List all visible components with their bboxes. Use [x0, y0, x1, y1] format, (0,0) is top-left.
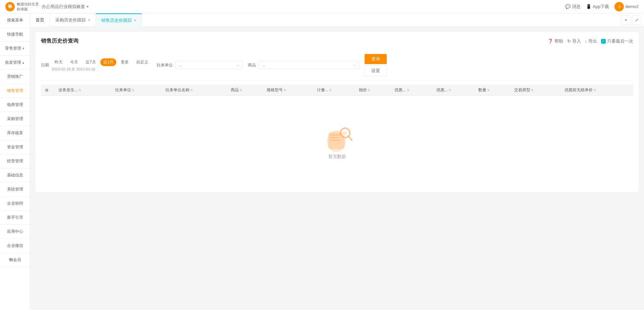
- sidebar-item-member[interactable]: 畅会员: [0, 253, 30, 267]
- export-icon: ↓: [585, 39, 587, 44]
- sort-icon-quantity: ⇅: [487, 88, 490, 92]
- export-button[interactable]: ↓ 导出: [585, 38, 597, 44]
- date-btn-1month[interactable]: 近1月: [100, 58, 117, 66]
- col-settings[interactable]: ⚙: [41, 85, 54, 96]
- col-discount1[interactable]: 优惠... ⇅: [390, 85, 432, 96]
- col-spec[interactable]: 规格型号 ⇅: [263, 85, 313, 96]
- sidebar-item-enterprise[interactable]: 企业协同: [0, 197, 30, 211]
- content-area: 首页 采购历史价跟踪 × 销售历史价跟踪 × × ⤢ 销售历史价查询: [30, 13, 644, 310]
- message-icon: 💬: [565, 4, 571, 9]
- help-button[interactable]: ❓ 帮助: [548, 38, 563, 44]
- col-goods[interactable]: 商品 ⇅: [227, 85, 262, 96]
- tab-close-purchase-icon[interactable]: ×: [88, 18, 90, 22]
- sort-icon-discount1: ⇅: [407, 88, 410, 92]
- page-content: 销售历史价查询 ❓ 帮助 ↻ 导入 ↓ 导出: [30, 27, 644, 310]
- sort-icon-partner-name: ⇅: [190, 88, 193, 92]
- col-partner-code[interactable]: 往来单位 ⇅: [111, 85, 162, 96]
- top-bar: 畅 畅捷信好生意 标准版 办公用品行业模拟账套 ▾ 💬 消息 📱 App下载 d…: [0, 0, 644, 13]
- col-quantity[interactable]: 数量 ⇅: [474, 85, 510, 96]
- checkbox-checked-icon: [601, 39, 606, 44]
- data-table: ⚙ 业务发生... ⇅ 往来单: [41, 85, 633, 96]
- settings-button[interactable]: 设置: [365, 65, 387, 76]
- only-last-toggle[interactable]: 只看最后一次: [601, 38, 633, 44]
- goods-label: 商品: [248, 62, 256, 68]
- tab-close-sales-icon[interactable]: ×: [134, 18, 136, 23]
- sidebar-item-search-menu[interactable]: 搜索菜单: [0, 13, 30, 28]
- sidebar-item-corp-wechat[interactable]: 企业微信: [0, 239, 30, 253]
- sidebar-item-system[interactable]: 系统管理: [0, 183, 30, 197]
- table-settings-icon[interactable]: ⚙: [45, 88, 49, 93]
- tab-home[interactable]: 首页: [30, 13, 50, 27]
- sidebar-item-quick-nav[interactable]: 快捷导航: [0, 28, 30, 42]
- app-download-button[interactable]: 📱 App下载: [586, 4, 609, 10]
- page-title: 销售历史价查询: [41, 38, 78, 45]
- sort-icon-unit: ⇅: [329, 88, 332, 92]
- main-layout: 搜索菜单 快捷导航 零售管理 ▼ 批发管理 ▲ 营销推广 销售管理 电商管理 采…: [0, 13, 644, 310]
- sidebar-item-sales-mgmt[interactable]: 销售管理: [0, 84, 30, 98]
- sort-icon-biz-date: ⇅: [78, 88, 81, 92]
- svg-rect-3: [330, 137, 339, 138]
- sidebar-item-app-center[interactable]: 应用中心: [0, 225, 30, 239]
- partner-input[interactable]: ... ···: [175, 61, 243, 69]
- import-icon: ↻: [567, 39, 571, 44]
- import-button[interactable]: ↻ 导入: [567, 38, 581, 44]
- partner-label: 往来单位: [157, 62, 173, 68]
- sort-icon-spec: ⇅: [283, 88, 286, 92]
- date-shortcuts-container: 昨天 今天 近7天 近1月 更多 自定义 2023-02-18 至 2023-0…: [52, 58, 151, 72]
- partner-more-icon[interactable]: ···: [236, 63, 239, 67]
- page-header-actions: ❓ 帮助 ↻ 导入 ↓ 导出 只看最后一次: [548, 38, 634, 44]
- svg-rect-4: [330, 140, 340, 141]
- col-price[interactable]: 报价 ⇅: [355, 85, 390, 96]
- date-btn-yesterday[interactable]: 昨天: [52, 58, 66, 66]
- tab-bar: 首页 采购历史价跟踪 × 销售历史价跟踪 × × ⤢: [30, 13, 644, 27]
- col-unit[interactable]: 计量... ⇅: [313, 85, 355, 96]
- date-btn-today[interactable]: 今天: [67, 58, 81, 66]
- sort-icon-price: ⇅: [368, 88, 370, 92]
- top-bar-right: 💬 消息 📱 App下载 d demo2: [565, 2, 639, 11]
- date-btn-more[interactable]: 更多: [118, 58, 132, 66]
- breadcrumb-arrow-icon: ▾: [87, 4, 89, 9]
- empty-svg: [324, 123, 354, 153]
- date-shortcuts-row: 昨天 今天 近7天 近1月 更多 自定义: [52, 58, 151, 66]
- svg-line-7: [348, 136, 352, 140]
- sidebar-item-guide[interactable]: 新手引导: [0, 211, 30, 225]
- tab-maximize-button[interactable]: ⤢: [632, 15, 641, 25]
- filter-buttons: 查询 设置: [365, 54, 387, 76]
- user-area[interactable]: d demo2: [614, 2, 639, 11]
- message-button[interactable]: 💬 消息: [565, 4, 581, 10]
- col-pretax-price[interactable]: 优惠前无税单价 ⇅: [560, 85, 633, 96]
- sidebar-item-basic-info[interactable]: 基础信息: [0, 168, 30, 183]
- date-filter: 日期 昨天 今天 近7天 近1月 更多 自定义 2023-02-18 至 202…: [41, 58, 151, 72]
- col-trade-type[interactable]: 交易类型 ⇅: [510, 85, 561, 96]
- tab-purchase-history[interactable]: 采购历史价跟踪 ×: [50, 13, 96, 27]
- goods-input[interactable]: ... ···: [259, 61, 359, 69]
- col-discount2[interactable]: 优惠... ⇅: [432, 85, 474, 96]
- sidebar-item-operations[interactable]: 经营管理: [0, 154, 30, 168]
- table-header: ⚙ 业务发生... ⇅ 往来单: [41, 85, 633, 96]
- breadcrumb: 办公用品行业模拟账套 ▾: [42, 4, 89, 10]
- sidebar-item-inventory[interactable]: 库存核算: [0, 126, 30, 140]
- sidebar-item-retail-mgmt[interactable]: 零售管理 ▼: [0, 42, 30, 56]
- empty-text: 暂无数据: [328, 154, 346, 160]
- svg-rect-2: [330, 134, 342, 136]
- date-btn-custom[interactable]: 自定义: [133, 58, 151, 66]
- tab-sales-history[interactable]: 销售历史价跟踪 ×: [96, 13, 142, 27]
- sidebar-item-finance[interactable]: 资金管理: [0, 140, 30, 154]
- table-container: ⚙ 业务发生... ⇅ 往来单: [41, 85, 633, 187]
- sort-icon-trade-type: ⇅: [531, 88, 534, 92]
- sidebar-item-purchase-mgmt[interactable]: 采购管理: [0, 112, 30, 126]
- goods-filter: 商品 ... ···: [248, 61, 359, 69]
- date-range-display: 2023-02-18 至 2023-03-18: [52, 67, 151, 72]
- goods-more-icon[interactable]: ···: [353, 63, 356, 67]
- sort-icon-discount2: ⇅: [448, 88, 451, 92]
- col-biz-date[interactable]: 业务发生... ⇅: [54, 85, 111, 96]
- query-button[interactable]: 查询: [365, 54, 387, 64]
- tab-close-all-button[interactable]: ×: [621, 15, 631, 25]
- sidebar-item-wholesale-mgmt[interactable]: 批发管理 ▲: [0, 56, 30, 70]
- date-btn-7days[interactable]: 近7天: [83, 58, 99, 66]
- col-partner-name[interactable]: 往来单位名称 ⇅: [161, 85, 227, 96]
- tab-bar-actions: × ⤢: [621, 15, 644, 25]
- sort-icon-pretax-price: ⇅: [593, 88, 596, 92]
- sidebar-item-ecommerce[interactable]: 电商管理: [0, 98, 30, 112]
- sidebar-item-marketing[interactable]: 营销推广: [0, 70, 30, 84]
